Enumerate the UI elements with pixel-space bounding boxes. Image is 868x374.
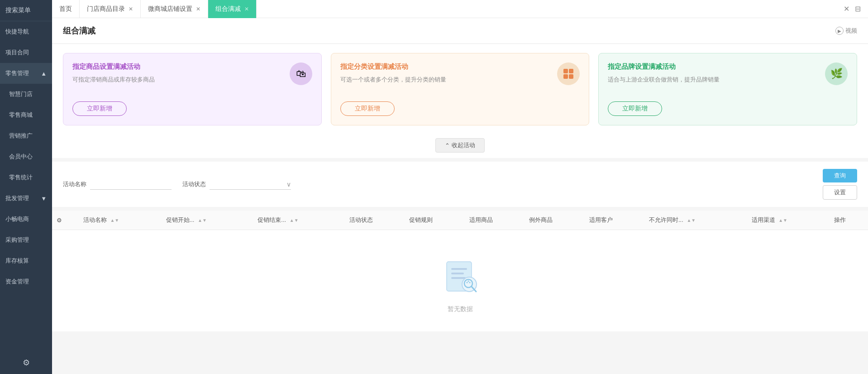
- category-card-icon: [557, 62, 580, 85]
- tab-home[interactable]: 首页: [52, 0, 80, 18]
- tab-wechat-store-settings[interactable]: 微商城店铺设置 ✕: [141, 0, 208, 18]
- sidebar-item-wholesale-mgmt[interactable]: 批发管理 ▼: [0, 188, 52, 209]
- sidebar-item-quick-nav[interactable]: 快捷导航: [0, 21, 52, 42]
- video-link[interactable]: ▶ 视频: [835, 27, 857, 35]
- close-icon[interactable]: ✕: [844, 5, 849, 13]
- product-card-desc: 可指定滞销商品或库存较多商品: [72, 76, 312, 94]
- product-card-icon: 🛍: [290, 62, 312, 85]
- category-card-add-button[interactable]: 立即新增: [340, 101, 395, 116]
- tab-store-catalog-label: 门店商品目录: [87, 5, 125, 13]
- sidebar-item-retail-stats[interactable]: 零售统计: [0, 167, 52, 188]
- play-icon: ▶: [835, 27, 844, 35]
- col-applicable-channel[interactable]: 适用渠道 ▲▼: [747, 211, 830, 230]
- table-section: ⚙ 活动名称 ▲▼ 促销开始... ▲▼ 促销结束...: [52, 211, 868, 331]
- sidebar-item-marketing[interactable]: 营销推广: [0, 125, 52, 146]
- sidebar: 搜索菜单 快捷导航 项目合同 零售管理 ▲ 智慧门店 零售商城 营销推广 会员中…: [0, 0, 52, 374]
- svg-rect-5: [451, 268, 467, 270]
- tab-combo-discount-label: 组合满减: [215, 5, 241, 13]
- activity-status-wrapper: ∨: [210, 179, 291, 190]
- sort-arrows-activity-name: ▲▼: [110, 218, 119, 223]
- chevron-up-icon: ⌃: [445, 142, 450, 149]
- settings-icon[interactable]: ⚙: [57, 217, 62, 224]
- svg-point-12: [467, 281, 469, 282]
- empty-text: 暂无数据: [448, 305, 473, 313]
- sort-arrows-not-allow: ▲▼: [687, 218, 696, 223]
- filter-activity-name: 活动名称: [63, 179, 172, 190]
- col-promo-rule: 促销规则: [405, 211, 464, 230]
- svg-rect-7: [451, 277, 466, 279]
- col-exception-goods: 例外商品: [525, 211, 584, 230]
- empty-illustration: [438, 257, 483, 298]
- col-activity-status: 活动状态: [345, 211, 405, 230]
- sort-arrows-promo-start: ▲▼: [198, 218, 207, 223]
- sidebar-item-inventory-calc[interactable]: 库存核算: [0, 250, 52, 271]
- tab-store-catalog[interactable]: 门店商品目录 ✕: [80, 0, 141, 18]
- empty-state: 暂无数据: [52, 230, 868, 331]
- tab-wechat-store-settings-label: 微商城店铺设置: [148, 5, 192, 13]
- brand-card-icon: 🌿: [825, 62, 848, 85]
- activity-name-label: 活动名称: [63, 180, 86, 188]
- svg-point-13: [469, 282, 470, 283]
- svg-point-11: [466, 282, 467, 283]
- gear-icon[interactable]: ⚙: [23, 358, 30, 368]
- chevron-down-icon: ▼: [41, 195, 47, 202]
- category-card-desc: 可选一个或者多个分类，提升分类的销量: [340, 76, 580, 94]
- main-content: 首页 门店商品目录 ✕ 微商城店铺设置 ✕ 组合满减 ✕ ✕ ⊟ 组合满减 ▶ …: [52, 0, 868, 374]
- chevron-up-icon: ▲: [41, 70, 47, 77]
- minimize-icon[interactable]: ⊟: [855, 5, 861, 13]
- svg-rect-0: [563, 69, 568, 73]
- brand-card: 指定品牌设置满减活动 🌿 适合与上游企业联合做营销，提升品牌销量 立即新增: [598, 53, 857, 125]
- sidebar-search[interactable]: 搜索菜单: [0, 0, 52, 21]
- video-label: 视频: [845, 27, 857, 35]
- filter-activity-status: 活动状态 ∨: [182, 179, 291, 190]
- settings-button[interactable]: 设置: [823, 185, 857, 200]
- col-applicable-customer: 适用客户: [585, 211, 644, 230]
- cards-row: 指定商品设置满减活动 🛍 可指定滞销商品或库存较多商品 立即新增 指定分类设置满…: [63, 53, 857, 125]
- tab-home-label: 首页: [59, 5, 72, 13]
- sidebar-item-member-center[interactable]: 会员中心: [0, 146, 52, 167]
- sidebar-item-smart-store[interactable]: 智慧门店: [0, 84, 52, 105]
- product-card-add-button[interactable]: 立即新增: [72, 101, 127, 116]
- cards-section: 指定商品设置满减活动 🛍 可指定滞销商品或库存较多商品 立即新增 指定分类设置满…: [52, 44, 868, 134]
- tab-wechat-store-settings-close[interactable]: ✕: [196, 6, 200, 12]
- collapse-button[interactable]: ⌃ 收起活动: [435, 138, 485, 153]
- activity-status-label: 活动状态: [182, 180, 206, 188]
- col-promo-start[interactable]: 促销开始... ▲▼: [162, 211, 253, 230]
- sidebar-bottom: ⚙: [0, 351, 52, 374]
- svg-rect-3: [569, 74, 573, 79]
- svg-rect-2: [563, 74, 568, 79]
- product-card-title: 指定商品设置满减活动: [72, 62, 312, 71]
- category-card-title: 指定分类设置满减活动: [340, 62, 580, 71]
- sidebar-item-purchase-mgmt[interactable]: 采购管理: [0, 230, 52, 250]
- sidebar-item-retail-mall[interactable]: 零售商城: [0, 105, 52, 125]
- page-title: 组合满减: [63, 25, 95, 36]
- svg-rect-1: [569, 69, 573, 73]
- filter-section: 活动名称 活动状态 ∨ 查询 设置: [52, 162, 868, 207]
- activity-status-select[interactable]: [210, 179, 291, 190]
- brand-card-add-button[interactable]: 立即新增: [608, 101, 662, 116]
- sidebar-item-retail-mgmt[interactable]: 零售管理 ▲: [0, 63, 52, 84]
- sidebar-item-fund-mgmt[interactable]: 资金管理: [0, 271, 52, 292]
- col-settings[interactable]: ⚙: [52, 211, 79, 230]
- brand-card-desc: 适合与上游企业联合做营销，提升品牌销量: [608, 76, 848, 94]
- table-header-row: ⚙ 活动名称 ▲▼ 促销开始... ▲▼ 促销结束...: [52, 211, 868, 230]
- tab-combo-discount-close[interactable]: ✕: [244, 6, 249, 12]
- sidebar-item-xiaochang-ecom[interactable]: 小畅电商: [0, 209, 52, 230]
- collapse-row: ⌃ 收起活动: [52, 134, 868, 158]
- tab-combo-discount[interactable]: 组合满减 ✕: [208, 0, 257, 18]
- window-controls: ✕ ⊟: [844, 5, 868, 13]
- col-activity-name[interactable]: 活动名称 ▲▼: [79, 211, 162, 230]
- col-applicable-goods: 适用商品: [465, 211, 525, 230]
- tab-store-catalog-close[interactable]: ✕: [129, 6, 133, 12]
- svg-rect-6: [451, 273, 464, 274]
- col-operation: 操作: [830, 211, 868, 230]
- col-not-allow-same-time[interactable]: 不允许同时... ▲▼: [644, 211, 747, 230]
- tab-bar: 首页 门店商品目录 ✕ 微商城店铺设置 ✕ 组合满减 ✕ ✕ ⊟: [52, 0, 868, 18]
- sidebar-item-project-contract[interactable]: 项目合同: [0, 42, 52, 63]
- query-button[interactable]: 查询: [823, 169, 857, 182]
- activity-name-input[interactable]: [90, 179, 172, 190]
- col-promo-end[interactable]: 促销结束... ▲▼: [253, 211, 345, 230]
- brand-card-title: 指定品牌设置满减活动: [608, 62, 848, 71]
- category-card: 指定分类设置满减活动 可选一个或者多个分类，提升分类的销量 立即新增: [331, 53, 590, 125]
- filter-buttons: 查询 设置: [823, 169, 857, 200]
